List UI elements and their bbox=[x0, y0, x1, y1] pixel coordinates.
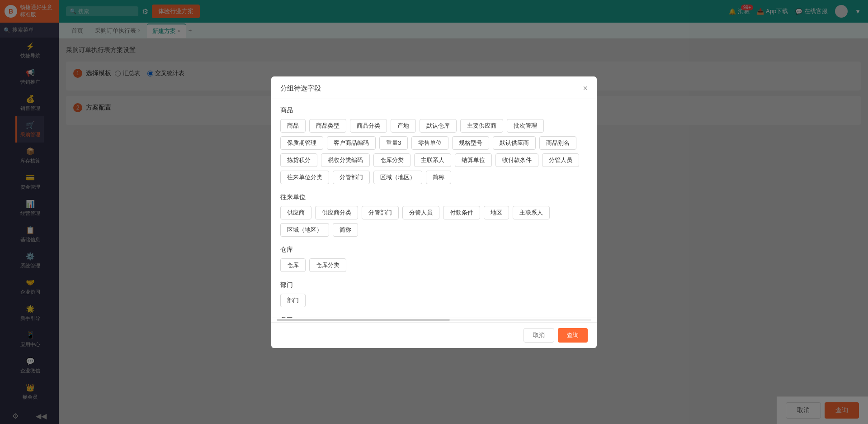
field-tag[interactable]: 税收分类编码 bbox=[321, 153, 370, 167]
field-tag[interactable]: 保质期管理 bbox=[280, 136, 323, 150]
field-tag[interactable]: 商品类型 bbox=[309, 119, 346, 133]
field-group-title-partner: 往来单位 bbox=[280, 193, 588, 201]
field-tag[interactable]: 分管人员 bbox=[402, 206, 439, 219]
field-tag[interactable]: 主要供应商 bbox=[460, 119, 503, 133]
modal-title: 分组待选字段 bbox=[280, 84, 321, 93]
field-tag[interactable]: 分管部门 bbox=[333, 171, 370, 184]
field-tag[interactable]: 区域（地区） bbox=[373, 171, 422, 184]
field-tag[interactable]: 默认供应商 bbox=[493, 136, 536, 150]
modal-footer: 取消 查询 bbox=[271, 322, 597, 348]
field-group-partner: 往来单位供应商供应商分类分管部门分管人员付款条件地区主联系人区域（地区）简称 bbox=[280, 193, 588, 237]
field-group-department: 部门部门 bbox=[280, 281, 588, 307]
field-tag[interactable]: 重量3 bbox=[379, 136, 408, 150]
field-group-title-warehouse: 仓库 bbox=[280, 246, 588, 254]
field-tag[interactable]: 客户商品编码 bbox=[327, 136, 376, 150]
modal-header: 分组待选字段 × bbox=[271, 76, 597, 99]
field-tag[interactable]: 主联系人 bbox=[513, 206, 550, 219]
field-tag[interactable]: 批次管理 bbox=[507, 119, 544, 133]
field-tag[interactable]: 商品别名 bbox=[539, 136, 576, 150]
field-tag[interactable]: 部门 bbox=[280, 294, 306, 307]
field-tag[interactable]: 地区 bbox=[484, 206, 509, 219]
field-tag[interactable]: 零售单位 bbox=[411, 136, 448, 150]
field-tag[interactable]: 默认仓库 bbox=[420, 119, 457, 133]
field-tag[interactable]: 规格型号 bbox=[452, 136, 489, 150]
field-tag[interactable]: 简称 bbox=[333, 223, 358, 237]
field-tag[interactable]: 商品分类 bbox=[350, 119, 387, 133]
modal-body: 商品商品商品类型商品分类产地默认仓库主要供应商批次管理保质期管理客户商品编码重量… bbox=[271, 99, 597, 318]
field-tag[interactable]: 分管人员 bbox=[542, 153, 579, 167]
field-tag[interactable]: 分管部门 bbox=[362, 206, 399, 219]
field-tag[interactable]: 简称 bbox=[426, 171, 451, 184]
field-tags-product: 商品商品类型商品分类产地默认仓库主要供应商批次管理保质期管理客户商品编码重量3零… bbox=[280, 119, 588, 184]
field-tag[interactable]: 仓库分类 bbox=[309, 258, 346, 272]
field-tag[interactable]: 供应商 bbox=[280, 206, 311, 219]
field-tag[interactable]: 收付款条件 bbox=[495, 153, 538, 167]
modal-cancel-btn[interactable]: 取消 bbox=[524, 328, 554, 343]
field-tag[interactable]: 主联系人 bbox=[414, 153, 451, 167]
field-select-modal: 分组待选字段 × 商品商品商品类型商品分类产地默认仓库主要供应商批次管理保质期管… bbox=[271, 76, 597, 348]
modal-close-btn[interactable]: × bbox=[583, 84, 588, 93]
field-tag[interactable]: 供应商分类 bbox=[315, 206, 358, 219]
field-tag[interactable]: 往来单位分类 bbox=[280, 171, 329, 184]
field-tag[interactable]: 仓库 bbox=[280, 258, 306, 272]
modal-overlay[interactable]: 分组待选字段 × 商品商品商品类型商品分类产地默认仓库主要供应商批次管理保质期管… bbox=[0, 0, 868, 424]
field-group-product: 商品商品商品类型商品分类产地默认仓库主要供应商批次管理保质期管理客户商品编码重量… bbox=[280, 106, 588, 184]
field-tag[interactable]: 拣货积分 bbox=[280, 153, 317, 167]
field-tags-partner: 供应商供应商分类分管部门分管人员付款条件地区主联系人区域（地区）简称 bbox=[280, 206, 588, 237]
field-tag[interactable]: 商品 bbox=[280, 119, 306, 133]
field-tags-warehouse: 仓库仓库分类 bbox=[280, 258, 588, 272]
modal-confirm-btn[interactable]: 查询 bbox=[558, 328, 588, 343]
field-tag[interactable]: 产地 bbox=[391, 119, 416, 133]
field-group-title-product: 商品 bbox=[280, 106, 588, 114]
field-tag[interactable]: 结算单位 bbox=[455, 153, 492, 167]
field-tag[interactable]: 区域（地区） bbox=[280, 223, 329, 237]
field-group-warehouse: 仓库仓库仓库分类 bbox=[280, 246, 588, 272]
field-group-title-department: 部门 bbox=[280, 281, 588, 289]
field-tag[interactable]: 付款条件 bbox=[443, 206, 480, 219]
field-tag[interactable]: 仓库分类 bbox=[373, 153, 410, 167]
field-tags-department: 部门 bbox=[280, 294, 588, 307]
